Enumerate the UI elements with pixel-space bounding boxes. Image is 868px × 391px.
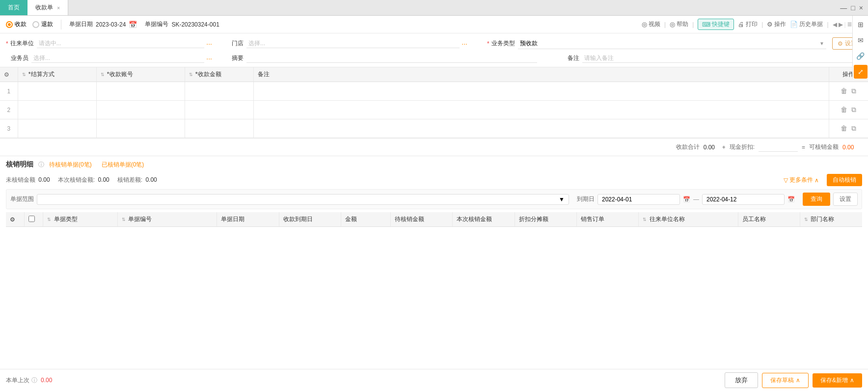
verify-pending-tab[interactable]: 待核销单据(0笔)	[49, 161, 92, 169]
unverified-label: 未核销金额	[6, 176, 35, 183]
radio-refund-dot	[32, 21, 39, 28]
date-to-input[interactable]	[702, 194, 785, 205]
cell-settle-3[interactable]	[18, 119, 96, 138]
cal-icon-1[interactable]: 📅	[683, 196, 690, 203]
unverified-val: 0.00	[38, 176, 50, 183]
select-all-checkbox[interactable]	[28, 216, 35, 222]
print-icon: 🖨	[738, 21, 744, 28]
counterpart-input[interactable]	[37, 39, 205, 48]
auto-verify-button[interactable]: 自动核销	[827, 174, 862, 186]
cell-remark-3[interactable]	[253, 119, 829, 138]
summary-input[interactable]	[246, 54, 537, 63]
radio-refund-label: 退款	[41, 20, 53, 28]
shortcut-button[interactable]: ⌨ 快捷键	[698, 19, 734, 30]
verify-done-tab[interactable]: 已核销单据(0笔)	[102, 161, 144, 169]
calendar-icon[interactable]: 📅	[129, 21, 137, 28]
cell-settle-1[interactable]	[18, 82, 96, 101]
gear-icon[interactable]: ⚙	[4, 71, 9, 78]
cell-account-3[interactable]	[96, 119, 185, 138]
staff-more-icon[interactable]: ···	[206, 55, 212, 62]
list-icon[interactable]: ≡	[847, 20, 852, 29]
cell-account-1[interactable]	[96, 82, 185, 101]
nav-left-icon[interactable]: ◀	[833, 21, 837, 28]
sidebar-table-icon[interactable]: ⊞	[854, 18, 868, 31]
radio-refund[interactable]: 退款	[32, 20, 53, 28]
biz-type-required: *	[487, 40, 489, 47]
th-doc-no: ⇅ 单据编号	[117, 212, 217, 227]
bottom-info-icon[interactable]: ⓘ	[31, 376, 37, 385]
cell-ops-2: 🗑 ⧉	[829, 101, 868, 119]
right-sidebar: ⊞ ✉ 🔗 ⤢	[852, 16, 868, 79]
date-from-input[interactable]	[597, 194, 680, 205]
doc-field: 单据编号 SK-20230324-001	[145, 20, 219, 28]
help-button[interactable]: ◎ 帮助	[670, 20, 688, 28]
cell-settle-2[interactable]	[18, 101, 96, 119]
delete-icon-3[interactable]: 🗑	[841, 124, 847, 133]
tab-home[interactable]: 首页	[0, 0, 27, 15]
th-amount: 金额	[341, 212, 390, 227]
copy-icon-3[interactable]: ⧉	[851, 124, 856, 133]
verify-info-icon[interactable]: ⓘ	[38, 161, 44, 169]
date-value[interactable]: 2023-03-24	[96, 21, 126, 28]
biz-type-select[interactable]: 预收款 ▼	[518, 38, 826, 49]
cell-account-2[interactable]	[96, 101, 185, 119]
staff-label: 业务员	[6, 54, 31, 62]
maximize-button[interactable]: □	[851, 4, 855, 12]
close-button[interactable]: ×	[859, 4, 863, 12]
cell-remark-2[interactable]	[253, 101, 829, 119]
ops-button[interactable]: ⚙ 操作	[767, 20, 786, 28]
cal-icon-2[interactable]: 📅	[787, 196, 795, 203]
th-gear[interactable]: ⚙	[0, 67, 18, 82]
store-input[interactable]	[246, 39, 460, 48]
counterpart-more-icon[interactable]: ···	[206, 40, 212, 48]
total-val: 0.00	[704, 144, 718, 151]
draft-button[interactable]: 保存草稿 ∧	[762, 373, 809, 388]
copy-icon-1[interactable]: ⧉	[851, 87, 856, 95]
counterpart-required: *	[6, 40, 8, 47]
remark-field: 备注	[557, 54, 862, 63]
summary-field: 摘要	[232, 54, 537, 63]
history-button[interactable]: 📄 历史单据	[790, 20, 823, 28]
video-button[interactable]: ◎ 视频	[642, 20, 660, 28]
more-conditions-button[interactable]: ▽ 更多条件 ∧	[784, 176, 819, 184]
discard-button[interactable]: 放弃	[725, 372, 758, 388]
save-button[interactable]: 保存&新增 ∧	[813, 373, 862, 388]
store-more-icon[interactable]: ···	[461, 40, 467, 48]
th-checkbox: ⚙	[6, 212, 25, 227]
cell-amount-1[interactable]	[185, 82, 253, 101]
table-row: 3 🗑 ⧉	[0, 119, 868, 138]
print-button[interactable]: 🖨 打印	[738, 20, 758, 28]
sidebar-clip-icon[interactable]: 🔗	[854, 49, 868, 63]
date-range-sep: —	[693, 196, 699, 203]
toolbar: 收款 退款 单据日期 2023-03-24 📅 单据编号 SK-20230324…	[0, 16, 868, 33]
cell-amount-3[interactable]	[185, 119, 253, 138]
biz-type-chevron-icon: ▼	[819, 41, 824, 46]
settings-button-2[interactable]: 设置	[833, 193, 858, 206]
cell-remark-1[interactable]	[253, 82, 829, 101]
receipt-table-wrapper: ⚙ ⇅ *结算方式 ⇅ *收款账号 ⇅ *收款金额	[0, 67, 868, 138]
discount-input[interactable]	[759, 142, 798, 152]
radio-receive-dot	[6, 21, 13, 28]
staff-input[interactable]	[31, 54, 204, 63]
tab-receipt[interactable]: 收款单 ×	[27, 0, 68, 15]
history-icon: 📄	[790, 21, 798, 28]
bottom-val: 0.00	[41, 377, 52, 384]
remark-input[interactable]	[582, 54, 862, 63]
doc-range-select[interactable]: ▼	[37, 194, 569, 205]
cell-amount-2[interactable]	[185, 101, 253, 119]
nav-right-icon[interactable]: ▶	[839, 21, 843, 28]
tab-close-icon[interactable]: ×	[57, 5, 60, 11]
copy-icon-2[interactable]: ⧉	[851, 106, 856, 114]
radio-receive[interactable]: 收款	[6, 20, 27, 28]
delete-icon-2[interactable]: 🗑	[841, 106, 847, 114]
sidebar-frame-icon[interactable]: ⤢	[854, 65, 868, 79]
th-settle-label: *结算方式	[28, 71, 54, 78]
save-chevron-icon: ∧	[850, 377, 854, 384]
gear-icon-2[interactable]: ⚙	[10, 216, 15, 223]
sort-icon-account: ⇅	[101, 72, 105, 77]
delete-icon-1[interactable]: 🗑	[841, 87, 847, 95]
minimize-button[interactable]: —	[840, 4, 847, 12]
bottom-info: 本单上次 ⓘ 0.00	[6, 376, 52, 385]
sidebar-mail-icon[interactable]: ✉	[854, 33, 868, 47]
query-button[interactable]: 查询	[803, 193, 830, 206]
